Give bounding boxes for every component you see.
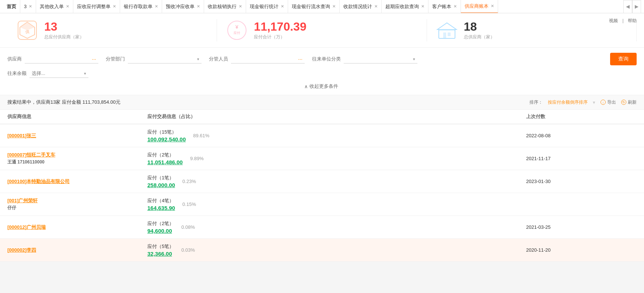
tx-amount-6[interactable]: 32,366.00 — [147, 251, 174, 257]
video-link[interactable]: 视频 — [609, 18, 618, 23]
collapse-button[interactable]: ∧ 收起更多条件 — [293, 82, 351, 91]
tx-amount-3[interactable]: 258,000.00 — [147, 182, 175, 188]
collapse-up-icon: ∧ — [304, 84, 308, 89]
category-input[interactable] — [344, 55, 417, 63]
nav-customer-book[interactable]: 客户账本 ✕ — [428, 0, 461, 13]
nav-customer-book-close[interactable]: ✕ — [454, 4, 457, 9]
nav-collection-verify-close[interactable]: ✕ — [239, 4, 242, 9]
help-link[interactable]: 帮助 — [628, 18, 637, 23]
nav-adjust-close[interactable]: ✕ — [113, 4, 116, 9]
lastpay-info-2: 2021-11-17 — [526, 156, 637, 161]
nav-cash-bank-query-close[interactable]: ✕ — [332, 4, 336, 9]
link-separator: ｜ — [621, 18, 625, 23]
category-filter-label: 往来单位分类 — [312, 56, 341, 62]
amount-icon: ¥ 应付 — [226, 19, 248, 41]
payable-amount-number: 11,170.39 — [254, 21, 306, 32]
supplier-link-4[interactable]: [001]广州荣轩 — [7, 198, 38, 203]
nav-prepay-offset[interactable]: 预收冲应收单 ✕ — [162, 0, 204, 13]
nav-supplier-book-close[interactable]: ✕ — [491, 4, 494, 8]
nav-other-income-close[interactable]: ✕ — [66, 4, 69, 9]
nav-collection-verify[interactable]: 收款核销执行 ✕ — [204, 0, 246, 13]
supplier-info-3: [000100]本特勤油品有限公司 — [7, 178, 147, 185]
nav-supplier-book-label: 供应商账本 — [465, 3, 489, 10]
tx-label-4: 应付（4笔） — [147, 197, 175, 204]
department-arrow-icon[interactable]: ▾ — [197, 57, 199, 62]
supplier-input[interactable] — [25, 55, 98, 63]
svg-marker-8 — [437, 23, 456, 30]
export-icon: ↓ — [601, 100, 606, 105]
stat-payable-content: 13 总应付供应商（家） — [44, 21, 84, 40]
nav-arrow-right[interactable]: ▶ — [632, 0, 641, 13]
tx-amount-2[interactable]: 11,051,486.00 — [147, 159, 183, 165]
nav-supplier-book[interactable]: 供应商账本 ✕ — [461, 0, 498, 13]
tx-amount-5[interactable]: 94,600.00 — [147, 228, 174, 234]
table-header: 供应商信息 应付交易信息（占比） 上次付数 — [0, 110, 644, 124]
filter-row-1: 供应商 ··· 分管部门 ▾ 分管人员 ··· 往来单位分类 — [7, 53, 637, 65]
col-header-lastpay: 上次付数 — [526, 113, 637, 120]
nav-home[interactable]: 首页 — [3, 0, 20, 13]
transaction-detail-5: 应付（2笔） 94,600.00 — [147, 220, 174, 234]
nav-tab3[interactable]: 3 ✕ — [20, 0, 36, 13]
tx-amount-1[interactable]: 100,092,540.00 — [147, 136, 186, 142]
nav-cash-bank-query[interactable]: 现金银行流水查询 ✕ — [288, 0, 340, 13]
col-header-transaction: 应付交易信息（占比） — [147, 113, 526, 120]
balance-input[interactable] — [29, 69, 88, 78]
department-input[interactable] — [128, 55, 202, 63]
refresh-label: 刷新 — [628, 99, 637, 106]
tx-amount-4[interactable]: 164,635.90 — [147, 205, 175, 211]
nav-cash-bank-stats-close[interactable]: ✕ — [281, 4, 284, 9]
person-dots-icon[interactable]: ··· — [298, 56, 302, 62]
collapse-label: 收起更多条件 — [309, 83, 338, 90]
tx-percent-3: 0.23% — [182, 179, 196, 184]
balance-input-wrap: ▾ — [29, 69, 88, 78]
refresh-button[interactable]: ↻ 刷新 — [621, 99, 637, 106]
nav-bank-deposit[interactable]: 银行存取款单 ✕ — [120, 0, 162, 13]
nav-arrow-left[interactable]: ◀ — [623, 0, 632, 13]
payable-suppliers-label: 总应付供应商（家） — [44, 34, 84, 40]
nav-overdue-query-close[interactable]: ✕ — [421, 4, 424, 9]
lastpay-info-3: 2023-01-30 — [526, 179, 637, 184]
stat-payable-amount: ¥ 应付 11,170.39 应付合计（万） — [217, 19, 427, 41]
sort-value[interactable]: 按应付余额倒序排序 — [548, 99, 588, 106]
supplier-icon: 供 — [16, 19, 38, 41]
nav-cash-bank-stats[interactable]: 现金银行统计 ✕ — [246, 0, 288, 13]
result-bar: 搜索结果中，供应商13家 应付金额 111,703,854.00元 排序： 按应… — [0, 95, 644, 110]
nav-adjust-label: 应收应付调整单 — [77, 3, 111, 10]
person-input[interactable] — [231, 55, 305, 63]
nav-cash-bank-query-label: 现金银行流水查询 — [292, 3, 330, 10]
nav-other-income[interactable]: 其他收入单 ✕ — [36, 0, 73, 13]
supplier-info-4: [001]广州荣轩 仔仔 — [7, 197, 147, 211]
nav-collection-stats-close[interactable]: ✕ — [374, 4, 378, 9]
person-input-wrap: ··· — [231, 55, 305, 63]
supplier-link-5[interactable]: [000012]广州贝瑞 — [7, 224, 46, 230]
supplier-link-2[interactable]: [000007]恒旺二手叉车 — [7, 152, 55, 158]
tx-label-2: 应付（2笔） — [147, 152, 183, 158]
nav-collection-stats[interactable]: 收款情况统计 ✕ — [340, 0, 382, 13]
transaction-info-1: 应付（15笔） 100,092,540.00 89.61% — [147, 129, 526, 142]
stats-bar: 供 13 总应付供应商（家） ¥ 应付 11,170.39 应付合计（万） — [0, 13, 644, 48]
store-icon — [436, 19, 458, 41]
payable-suppliers-number: 13 — [44, 21, 84, 32]
transaction-info-2: 应付（2笔） 11,051,486.00 9.89% — [147, 152, 526, 165]
nav-bank-deposit-close[interactable]: ✕ — [155, 4, 158, 9]
supplier-link-6[interactable]: [000002]李四 — [7, 247, 36, 253]
supplier-link-3[interactable]: [000100]本特勤油品有限公司 — [7, 179, 70, 184]
nav-prepay-offset-close[interactable]: ✕ — [197, 4, 200, 9]
stat-payable-suppliers: 供 13 总应付供应商（家） — [7, 19, 217, 41]
category-arrow-icon[interactable]: ▾ — [413, 57, 415, 62]
tx-percent-1: 89.61% — [193, 133, 209, 138]
nav-overdue-query[interactable]: 超期应收款查询 ✕ — [382, 0, 428, 13]
supplier-link-1[interactable]: [000001]张三 — [7, 133, 36, 138]
tx-percent-2: 9.89% — [190, 156, 204, 161]
query-button[interactable]: 查询 — [610, 53, 637, 65]
transaction-detail-2: 应付（2笔） 11,051,486.00 — [147, 152, 183, 165]
filter-department: 分管部门 ▾ — [106, 55, 202, 63]
nav-tab3-close[interactable]: ✕ — [29, 4, 32, 9]
supplier-dots-icon[interactable]: ··· — [92, 56, 96, 62]
balance-arrow-icon[interactable]: ▾ — [84, 71, 86, 76]
tx-percent-4: 0.15% — [182, 201, 196, 207]
nav-adjust[interactable]: 应收应付调整单 ✕ — [73, 0, 120, 13]
export-button[interactable]: ↓ 导出 — [601, 99, 616, 106]
transaction-detail-6: 应付（5笔） 32,366.00 — [147, 243, 174, 257]
person-filter-label: 分管人员 — [209, 56, 228, 62]
